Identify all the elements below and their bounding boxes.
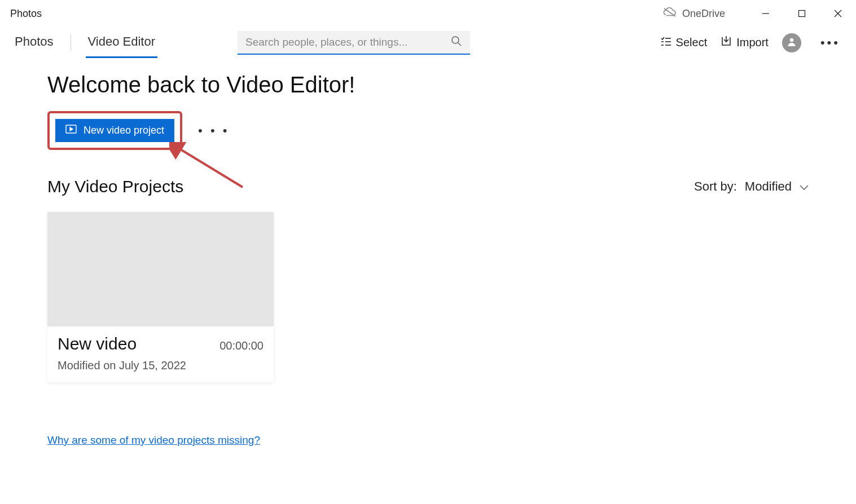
svg-line-16 xyxy=(178,148,243,187)
top-bar: Photos Video Editor Select Import xyxy=(0,27,856,59)
onedrive-label: OneDrive xyxy=(682,8,725,20)
tab-video-editor[interactable]: Video Editor xyxy=(84,29,160,57)
project-duration: 00:00:00 xyxy=(220,339,264,352)
close-button[interactable] xyxy=(820,0,856,27)
title-bar-right: OneDrive xyxy=(663,0,856,27)
new-project-row: New video project • • • xyxy=(47,111,809,150)
tab-photos[interactable]: Photos xyxy=(10,29,58,57)
sort-label: Sort by: xyxy=(694,179,737,194)
welcome-heading: Welcome back to Video Editor! xyxy=(47,72,809,98)
import-icon xyxy=(721,36,732,50)
maximize-button[interactable] xyxy=(784,0,820,27)
new-video-project-button[interactable]: New video project xyxy=(55,119,174,142)
projects-section-header: My Video Projects Sort by: Modified xyxy=(47,177,809,196)
project-more-button[interactable]: • • • xyxy=(192,120,235,142)
chevron-down-icon xyxy=(800,179,809,194)
project-thumbnail xyxy=(47,212,274,326)
minimize-button[interactable] xyxy=(748,0,784,27)
person-icon xyxy=(787,37,797,49)
ellipsis-icon: ••• xyxy=(820,36,840,50)
svg-point-5 xyxy=(452,37,459,43)
sort-value: Modified xyxy=(745,179,792,194)
svg-rect-2 xyxy=(799,11,805,17)
search-box[interactable] xyxy=(238,31,470,55)
section-title: My Video Projects xyxy=(47,177,183,196)
annotation-arrow-icon xyxy=(169,142,248,193)
project-title-row: New video 00:00:00 xyxy=(58,334,264,353)
import-button[interactable]: Import xyxy=(721,36,769,50)
search-input[interactable] xyxy=(245,36,445,48)
new-button-label: New video project xyxy=(84,125,164,136)
svg-line-6 xyxy=(458,43,461,46)
project-card[interactable]: New video 00:00:00 Modified on July 15, … xyxy=(47,212,274,382)
svg-marker-14 xyxy=(70,127,73,131)
search-wrap xyxy=(238,31,470,55)
svg-point-12 xyxy=(790,38,793,41)
missing-projects-help-link[interactable]: Why are some of my video projects missin… xyxy=(47,434,260,446)
import-label: Import xyxy=(736,36,769,49)
select-label: Select xyxy=(676,36,708,49)
cloud-off-icon xyxy=(663,7,677,20)
annotation-highlight: New video project xyxy=(47,111,182,150)
search-icon xyxy=(451,36,462,49)
onedrive-status[interactable]: OneDrive xyxy=(663,7,725,20)
project-modified: Modified on July 15, 2022 xyxy=(58,359,264,372)
select-button[interactable]: Select xyxy=(660,36,708,50)
more-button[interactable]: ••• xyxy=(815,32,846,54)
window-title: Photos xyxy=(10,8,42,20)
project-info: New video 00:00:00 Modified on July 15, … xyxy=(47,326,274,382)
video-project-icon xyxy=(65,125,77,136)
top-right-actions: Select Import ••• xyxy=(660,32,846,54)
sort-dropdown[interactable]: Sort by: Modified xyxy=(694,179,809,194)
checklist-icon xyxy=(660,36,671,50)
content-area: Welcome back to Video Editor! New video … xyxy=(0,59,856,446)
title-bar: Photos OneDrive xyxy=(0,0,856,27)
ellipsis-icon: • • • xyxy=(198,123,229,138)
tab-divider xyxy=(71,35,71,51)
user-avatar[interactable] xyxy=(782,33,801,52)
main-tabs: Photos Video Editor xyxy=(10,29,160,57)
project-title: New video xyxy=(58,334,137,353)
